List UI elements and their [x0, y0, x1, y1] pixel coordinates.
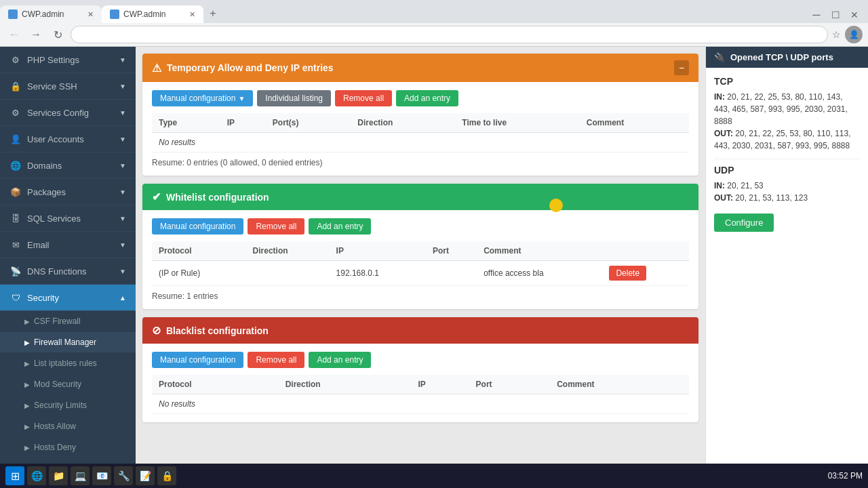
blacklist-panel-title: Blacklist configuration: [166, 325, 269, 336]
configure-button[interactable]: Configure: [714, 214, 774, 232]
sidebar-label: DNS Functions: [27, 266, 86, 277]
whitelist-manual-config-btn[interactable]: Manual configuration: [152, 218, 243, 235]
service-ssh-icon: 🔒: [9, 80, 22, 92]
tab-close-active-icon[interactable]: ✕: [189, 10, 195, 19]
tcp-in-ports: 20, 21, 22, 25, 53, 80, 110, 143, 443, 4…: [714, 92, 848, 126]
user-accounts-icon: 👤: [9, 133, 22, 145]
sidebar-sub-item-hosts-deny[interactable]: ▶ Hosts Deny: [0, 437, 136, 458]
taskbar-ie[interactable]: 🌐: [27, 466, 46, 485]
temp-panel-header: ⚠ Temporary Allow and Deny IP entries −: [142, 54, 698, 82]
sidebar-label: Domains: [27, 161, 62, 171]
sidebar-item-user-accounts[interactable]: 👤 User Accounts ▼: [0, 126, 136, 152]
temp-panel-body: Manual configuration ▼ Individual listin…: [142, 82, 698, 176]
forward-button[interactable]: →: [27, 26, 45, 43]
taskbar-app3[interactable]: 🔧: [114, 466, 133, 485]
main-content: ⚠ Temporary Allow and Deny IP entries − …: [136, 47, 705, 464]
sidebar-label: Security: [27, 293, 59, 303]
udp-ports: IN: 20, 21, 53 OUT: 20, 21, 53, 113, 123: [714, 180, 860, 204]
right-panel-title: Opened TCP \ UDP ports: [730, 52, 833, 62]
col-actions: [602, 241, 689, 261]
address-input[interactable]: 185.4.149.113:2030/index.php?module=fire…: [79, 30, 819, 39]
back-button[interactable]: ←: [5, 26, 23, 43]
sidebar-item-service-ssh[interactable]: 🔒 Service SSH ▼: [0, 73, 136, 100]
tab-inactive[interactable]: CWP.admin ✕: [0, 5, 102, 23]
sidebar-sub-item-firewall-manager[interactable]: ▶ Firewall Manager: [0, 332, 136, 353]
blacklist-manual-config-btn[interactable]: Manual configuration: [152, 352, 243, 368]
ban-icon: ⊘: [152, 324, 161, 337]
taskbar-app4[interactable]: 📝: [136, 466, 155, 485]
temp-panel-toggle[interactable]: −: [674, 60, 689, 75]
sidebar-label: SQL Services: [27, 214, 81, 224]
profile-icon[interactable]: 👤: [845, 26, 863, 43]
sidebar-sub-item-mod-security[interactable]: ▶ Mod Security: [0, 374, 136, 395]
new-tab-button[interactable]: +: [203, 4, 222, 23]
sidebar-label: Email: [27, 240, 50, 250]
refresh-button[interactable]: ↻: [49, 26, 66, 43]
individual-listing-btn[interactable]: Individual listing: [257, 90, 331, 106]
sql-services-icon: 🗄: [9, 212, 22, 224]
taskbar-folder[interactable]: 📁: [49, 466, 68, 485]
col-ip: IP: [411, 375, 469, 394]
sub-arrow-icon: ▶: [24, 339, 30, 346]
maximize-button[interactable]: ☐: [827, 7, 844, 23]
blacklist-remove-all-btn[interactable]: Remove all: [248, 352, 304, 368]
tcp-in-label: IN:: [714, 92, 725, 102]
udp-out-ports: 20, 21, 53, 113, 123: [735, 193, 808, 203]
services-config-icon: ⚙: [9, 106, 22, 119]
col-comment: Comment: [550, 375, 689, 394]
sidebar-item-php-settings[interactable]: ⚙ PHP Settings ▼: [0, 47, 136, 73]
add-entry-btn[interactable]: Add an entry: [396, 90, 458, 106]
sub-item-label: List iptables rules: [34, 359, 97, 368]
address-bar[interactable]: 185.4.149.113:2030/index.php?module=fire…: [71, 26, 828, 43]
whitelist-add-entry-btn[interactable]: Add an entry: [309, 218, 371, 235]
taskbar-time: 03:52 PM: [828, 471, 863, 481]
manual-config-btn[interactable]: Manual configuration ▼: [152, 90, 253, 106]
tab-close-icon[interactable]: ✕: [87, 10, 94, 19]
col-port: Port: [426, 241, 477, 261]
taskbar-app2[interactable]: 📧: [92, 466, 111, 485]
start-button[interactable]: ⊞: [5, 466, 24, 485]
col-port: Port: [469, 375, 551, 394]
blacklist-panel: ⊘ Blacklist configuration Manual configu…: [142, 317, 698, 422]
arrow-icon: ▼: [119, 215, 126, 222]
whitelist-remove-all-btn[interactable]: Remove all: [248, 218, 304, 235]
col-ip: IP: [220, 113, 266, 133]
minimize-button[interactable]: ─: [808, 7, 825, 23]
sub-item-label: Mod Security: [34, 380, 81, 389]
sidebar-sub-item-shell-access[interactable]: ▶ Shell Access: [0, 458, 136, 464]
sidebar-item-domains[interactable]: 🌐 Domains ▼: [0, 152, 136, 179]
sub-arrow-icon: ▶: [24, 423, 30, 430]
tcp-label: TCP: [714, 76, 860, 87]
taskbar-app1[interactable]: 💻: [71, 466, 90, 485]
delete-button[interactable]: Delete: [609, 266, 646, 281]
taskbar-app5[interactable]: 🔒: [157, 466, 176, 485]
tcp-out-ports: 20, 21, 22, 25, 53, 80, 110, 113, 443, 2…: [714, 129, 850, 150]
blacklist-add-entry-btn[interactable]: Add an entry: [309, 352, 371, 368]
sidebar-item-sql-services[interactable]: 🗄 SQL Services ▼: [0, 205, 136, 232]
sidebar-sub-item-security-limits[interactable]: ▶ Security Limits: [0, 395, 136, 416]
col-comment: Comment: [477, 241, 602, 261]
sidebar-sub-item-csf-firewall[interactable]: ▶ CSF Firewall: [0, 311, 136, 332]
col-direction: Direction: [246, 241, 330, 261]
sidebar-item-security[interactable]: 🛡 Security ▲: [0, 285, 136, 311]
cell-delete: Delete: [602, 261, 689, 286]
bookmark-icon[interactable]: ☆: [832, 29, 841, 40]
table-row: (IP or Rule) 192.168.0.1 office access b…: [152, 261, 689, 286]
sidebar-sub-item-list-iptables[interactable]: ▶ List iptables rules: [0, 353, 136, 374]
sidebar-item-packages[interactable]: 📦 Packages ▼: [0, 179, 136, 205]
sidebar-item-services-config[interactable]: ⚙ Services Config ▼: [0, 100, 136, 126]
tab-active[interactable]: CWP.admin ✕: [102, 5, 203, 23]
arrow-icon: ▼: [119, 188, 126, 196]
arrow-icon: ▼: [119, 136, 126, 143]
col-type: Type: [152, 113, 220, 133]
remove-all-btn[interactable]: Remove all: [335, 90, 392, 106]
sub-item-label: Security Limits: [34, 401, 87, 410]
sidebar-sub-item-hosts-allow[interactable]: ▶ Hosts Allow: [0, 416, 136, 437]
close-button[interactable]: ✕: [846, 7, 863, 23]
domains-icon: 🌐: [9, 159, 22, 171]
packages-icon: 📦: [9, 186, 22, 198]
sidebar-item-email[interactable]: ✉ Email ▼: [0, 232, 136, 258]
dns-functions-icon: 📡: [9, 265, 22, 277]
browser-chrome: CWP.admin ✕ CWP.admin ✕ + ─ ☐ ✕ ← → ↻ 18…: [0, 0, 868, 47]
sidebar-item-dns-functions[interactable]: 📡 DNS Functions ▼: [0, 258, 136, 285]
